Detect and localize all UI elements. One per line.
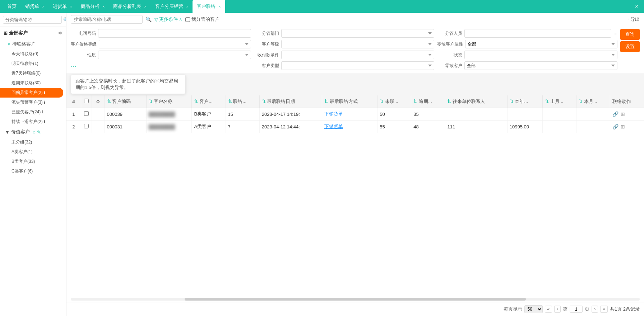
last-page-button[interactable]: » (600, 306, 608, 313)
more-conditions-button[interactable]: ··· (71, 62, 77, 69)
nav-tab-sales-close[interactable]: × (42, 0, 44, 13)
nav-tab-purchase[interactable]: 进货单 × (48, 0, 76, 13)
info-icon3: ℹ (42, 110, 43, 114)
my-customers-checkbox[interactable] (185, 17, 190, 22)
sidebar-item-unclassified[interactable]: 未分组(32) (0, 137, 66, 147)
sort-icon4: ⇅ (228, 99, 232, 104)
row2-num: 2 (66, 121, 81, 133)
row2-grid-icon[interactable]: ⊞ (621, 124, 625, 129)
nav-tab-analysis-close[interactable]: × (102, 0, 105, 13)
sidebar-item-c-class[interactable]: C类客户(6) (0, 166, 66, 176)
edit-icon2[interactable]: ✎ (37, 129, 41, 135)
payment-select[interactable] (281, 51, 434, 59)
filter-field-status: 状态 (437, 51, 617, 59)
row1-checkbox[interactable] (84, 111, 89, 116)
grid-icon: ⊞ (4, 30, 8, 36)
payment-label: 收付款条件 (254, 52, 279, 58)
row2-settings-cell (92, 121, 105, 133)
nav-tab-sales[interactable]: 销货单 × (21, 0, 48, 13)
per-page-select[interactable]: 50 100 200 (524, 305, 543, 313)
sidebar-pending-contact-group[interactable]: ▼ 待联络客户 (0, 39, 66, 49)
col-header-overdue: ⇅ 逾期... (411, 95, 445, 108)
main-search-icon[interactable]: 🔍 (145, 16, 152, 22)
col-header-this-month: ⇅ 本月... (576, 95, 610, 108)
nav-tab-customer-tier-close[interactable]: × (186, 0, 188, 13)
retail-attr-select[interactable]: 全部 (465, 40, 617, 48)
col-header-no-contact: ⇅ 未联... (377, 95, 411, 108)
nav-tab-home[interactable]: 首页 (3, 0, 21, 13)
filter-row-1: 电话号码 分管部门 分管人员 ··· (71, 29, 617, 38)
filter-field-retail-attr: 零散客户属性 全部 (437, 40, 617, 48)
query-button[interactable]: 查询 (620, 29, 640, 40)
next-page-button[interactable]: › (592, 306, 598, 313)
customer-type-select[interactable] (281, 61, 434, 70)
sidebar-item-repurchase-abnormal[interactable]: 回购异常客户(2) ℹ (0, 88, 63, 98)
customer-level-select[interactable] (281, 40, 434, 48)
edit-icon[interactable]: ○ (33, 129, 36, 135)
nav-tab-customer-contact-close[interactable]: × (218, 0, 221, 13)
nature-select[interactable] (98, 51, 251, 59)
sidebar-search-icon[interactable]: 🔍 (63, 17, 66, 23)
row1-code: 000039 (105, 108, 146, 121)
nav-tab-analysis-list-close[interactable]: × (144, 0, 146, 13)
row1-overdue: 35 (411, 108, 445, 121)
nav-tab-customer-contact[interactable]: 客户联络 × (193, 0, 225, 13)
person-more-icon[interactable]: ··· (613, 31, 617, 36)
select-all-checkbox[interactable] (84, 99, 89, 103)
row2-link[interactable]: 下销货单 (324, 124, 343, 129)
nav-tab-purchase-close[interactable]: × (70, 0, 72, 13)
info-icon4: ℹ (44, 119, 45, 124)
page-number-input[interactable] (570, 306, 583, 313)
row1-this-year (507, 108, 542, 121)
nav-tab-analysis-list[interactable]: 商品分析列表 × (109, 0, 150, 13)
nav-tab-purchase-label: 进货单 (53, 0, 67, 13)
price-level-select[interactable] (99, 40, 251, 48)
nature-label: 性质 (71, 52, 96, 58)
export-label: 导出 (630, 16, 640, 23)
main-layout: 🔍 ⊞ 全部客户 ≪ ▼ 待联络客户 今天待联络(0) 明天待联络(1) 近7天… (0, 13, 644, 316)
row2-link-icon[interactable]: 🔗 (612, 124, 618, 129)
status-label: 状态 (437, 52, 462, 58)
sidebar-value-header[interactable]: ▼ 价值客户 ○ ✎ (5, 129, 62, 135)
sidebar-item-today[interactable]: 今天待联络(0) (0, 49, 66, 59)
collapse-icon[interactable]: ≪ (58, 30, 62, 36)
filter-btn-group: 查询 设置 (620, 29, 640, 52)
sort-icon2: ⇅ (149, 99, 153, 104)
nav-tab-analysis[interactable]: 商品分析 × (77, 0, 109, 13)
col-header-last-month: ⇅ 上月... (542, 95, 576, 108)
row1-grid-icon[interactable]: ⊞ (621, 111, 625, 117)
sidebar-item-a-class[interactable]: A类客户(1) (0, 147, 66, 157)
retail-customer-select[interactable]: 全部 (464, 61, 617, 70)
sidebar-search-input[interactable] (3, 16, 62, 24)
sidebar-item-7days[interactable]: 近7天待联络(0) (0, 69, 66, 78)
nav-tab-customer-tier[interactable]: 客户分层经营 × (151, 0, 193, 13)
sidebar-item-declining[interactable]: 持续下滑客户(2) ℹ (0, 117, 66, 127)
main-search-input[interactable] (71, 15, 143, 24)
sidebar-item-b-class[interactable]: B类客户(33) (0, 157, 66, 166)
sidebar-item-overdue[interactable]: 逾期未联络(30) (0, 78, 66, 88)
more-filters-button[interactable]: ▽ 更多条件 ∧ (154, 16, 182, 23)
sidebar-item-tomorrow[interactable]: 明天待联络(1) (0, 59, 66, 69)
settings-button[interactable]: 设置 (620, 41, 640, 52)
filter-bar: 🔍 ▽ 更多条件 ∧ 我分管的客户 ↑ 导出 (66, 13, 644, 26)
customer-level-label: 客户等级 (254, 41, 279, 47)
window-close-button[interactable]: × (632, 3, 641, 10)
person-label: 分管人员 (437, 30, 462, 37)
page-unit: 页 (585, 306, 589, 312)
sidebar-item-lost[interactable]: 已流失客户(24) ℹ (0, 107, 66, 117)
sidebar-item-lost-warning[interactable]: 流失预警客户(3) ℹ (0, 98, 66, 107)
row1-link[interactable]: 下销货单 (324, 111, 343, 117)
export-button[interactable]: ↑ 导出 (627, 16, 640, 23)
first-page-button[interactable]: « (545, 306, 552, 313)
row1-link-icon[interactable]: 🔗 (612, 111, 618, 117)
sidebar-all-customers[interactable]: ⊞ 全部客户 ≪ (0, 27, 66, 39)
phone-label: 电话号码 (71, 30, 96, 37)
row2-checkbox[interactable] (84, 124, 89, 128)
status-select[interactable] (464, 51, 617, 59)
prev-page-button[interactable]: ‹ (554, 306, 561, 313)
dept-select[interactable] (281, 29, 434, 38)
person-input[interactable] (464, 29, 611, 38)
scroll-thumb[interactable] (185, 298, 526, 301)
my-customers-checkbox-label[interactable]: 我分管的客户 (185, 16, 219, 23)
phone-input[interactable] (98, 29, 251, 38)
